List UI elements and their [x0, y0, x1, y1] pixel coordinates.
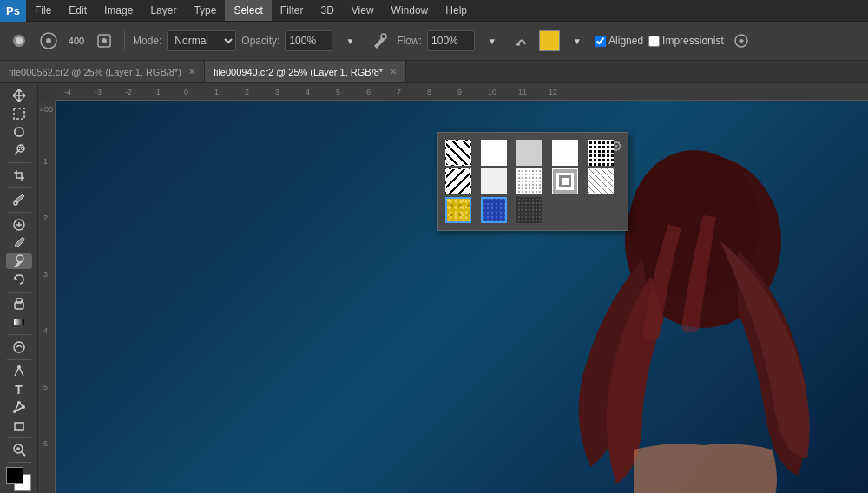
- ruler-mark: 4: [306, 88, 310, 96]
- tab-file1-close[interactable]: ✕: [188, 67, 195, 76]
- pattern-swatch[interactable]: [539, 30, 560, 51]
- pattern-cell-wave[interactable]: [588, 168, 614, 194]
- ruler-mark: 1: [214, 88, 219, 96]
- brush-tool[interactable]: [6, 235, 32, 251]
- text-tool[interactable]: T: [6, 382, 32, 397]
- svg-rect-22: [15, 423, 23, 430]
- svg-point-13: [16, 255, 23, 262]
- pattern-cell-white3[interactable]: [481, 168, 507, 194]
- healing-tool[interactable]: [6, 217, 32, 233]
- menu-edit[interactable]: Edit: [60, 0, 95, 21]
- menu-select[interactable]: Select: [225, 0, 271, 21]
- pattern-cell-gray2[interactable]: [516, 168, 542, 194]
- menu-layer[interactable]: Layer: [141, 0, 185, 21]
- toolbar-sep-1: [124, 30, 125, 51]
- pattern-cell-white2[interactable]: [552, 140, 578, 166]
- blur-tool[interactable]: [6, 339, 32, 355]
- tool-sep-8: [7, 462, 31, 463]
- toolbar: 400 Mode: Normal Opacity: 100% ▼ Flow: 1…: [0, 22, 868, 61]
- mode-dropdown[interactable]: Normal: [167, 30, 236, 51]
- pattern-picker-grid: [445, 140, 621, 223]
- flow-arrow[interactable]: ▼: [480, 29, 504, 53]
- ruler-mark: 3: [43, 270, 48, 279]
- tab-file2-close[interactable]: ✕: [390, 67, 397, 76]
- tool-preset-btn[interactable]: [7, 29, 31, 53]
- pen-tool[interactable]: [6, 364, 32, 379]
- menu-image[interactable]: Image: [95, 0, 141, 21]
- opacity-label: Opacity:: [241, 35, 279, 47]
- pattern-cell-frame[interactable]: [552, 168, 578, 194]
- svg-point-7: [516, 43, 520, 46]
- opacity-value[interactable]: 100%: [285, 30, 332, 51]
- foreground-color-swatch[interactable]: [6, 467, 23, 484]
- crop-tool[interactable]: [6, 168, 32, 183]
- eraser-tool[interactable]: [6, 296, 32, 312]
- pattern-cell-dotted[interactable]: [588, 140, 614, 166]
- ruler-mark: 2: [43, 214, 48, 222]
- pattern-cell-yellow[interactable]: [445, 197, 471, 223]
- menu-file[interactable]: File: [26, 0, 60, 21]
- pen-pressure-btn[interactable]: [510, 29, 534, 53]
- pattern-cell-white[interactable]: [481, 140, 507, 166]
- tab-file2-label: file000940.cr2 @ 25% (Layer 1, RGB/8*: [214, 67, 383, 77]
- eyedropper-tool[interactable]: [6, 192, 32, 207]
- ruler-mark: 4: [43, 326, 48, 335]
- aligned-checkbox[interactable]: [595, 36, 606, 47]
- tool-sep-6: [7, 359, 31, 360]
- svg-point-5: [102, 38, 107, 43]
- marquee-tool[interactable]: [6, 106, 32, 122]
- pattern-cell-diagonal[interactable]: [445, 140, 471, 166]
- brush-size-btn[interactable]: [36, 29, 61, 53]
- tab-file2[interactable]: file000940.cr2 @ 25% (Layer 1, RGB/8* ✕: [205, 61, 406, 83]
- brush-size-value: 400: [66, 36, 87, 46]
- ruler-left: 400 1 2 3 4 5 6: [38, 101, 56, 493]
- tool-sep-2: [7, 187, 31, 188]
- svg-line-24: [22, 452, 25, 456]
- opacity-arrow[interactable]: ▼: [338, 29, 362, 53]
- magic-wand-tool[interactable]: [6, 142, 32, 158]
- pattern-cell-gray[interactable]: [516, 140, 542, 166]
- zoom-tool[interactable]: [6, 442, 32, 457]
- pattern-cell-blue-texture[interactable]: [481, 197, 507, 223]
- ruler-mark: 12: [549, 88, 557, 96]
- svg-point-1: [16, 37, 23, 44]
- brush-extra-btn[interactable]: [729, 29, 753, 53]
- canvas-area[interactable]: -4 -3 -2 -1 0 1 2 3 4 5 6 7 8 9 10 11 12…: [38, 83, 868, 493]
- tab-file1[interactable]: file000562.cr2 @ 25% (Layer 1, RGB/8*) ✕: [0, 61, 205, 83]
- history-brush-tool[interactable]: [6, 272, 32, 287]
- ruler-mark: 5: [336, 88, 340, 96]
- impressionist-label: Impressionist: [662, 35, 724, 47]
- clone-stamp-tool[interactable]: [6, 253, 32, 269]
- path-select-tool[interactable]: [6, 399, 32, 415]
- menu-bar: Ps File Edit Image Layer Type Select Fil…: [0, 0, 868, 22]
- ruler-mark: -1: [154, 88, 161, 96]
- lasso-tool[interactable]: [6, 124, 32, 140]
- menu-3d[interactable]: 3D: [312, 0, 342, 21]
- flow-value[interactable]: 100%: [427, 30, 475, 51]
- pattern-cell-diagonal2[interactable]: [445, 168, 471, 194]
- ruler-mark: 3: [275, 88, 279, 96]
- menu-type[interactable]: Type: [185, 0, 225, 21]
- pattern-cell-dark[interactable]: [516, 197, 542, 223]
- move-tool[interactable]: [6, 88, 32, 103]
- tabs-bar: file000562.cr2 @ 25% (Layer 1, RGB/8*) ✕…: [0, 61, 868, 83]
- menu-filter[interactable]: Filter: [272, 0, 312, 21]
- svg-point-11: [14, 201, 17, 205]
- shape-tool[interactable]: [6, 417, 32, 433]
- impressionist-checkbox[interactable]: [648, 36, 660, 47]
- pattern-arrow[interactable]: ▼: [565, 29, 589, 53]
- ruler-mark: 8: [427, 88, 431, 96]
- ruler-mark: 10: [488, 88, 496, 96]
- menu-items: File Edit Image Layer Type Select Filter…: [26, 0, 476, 21]
- brush-options-btn[interactable]: [92, 29, 116, 53]
- gradient-tool[interactable]: [6, 314, 32, 330]
- ruler-mark: -4: [64, 88, 71, 96]
- svg-point-3: [46, 38, 51, 43]
- airbrush-btn[interactable]: [367, 29, 391, 53]
- menu-help[interactable]: Help: [437, 0, 476, 21]
- svg-rect-9: [14, 108, 24, 119]
- ruler-mark: -2: [125, 88, 132, 96]
- menu-window[interactable]: Window: [383, 0, 437, 21]
- menu-view[interactable]: View: [343, 0, 383, 21]
- color-swatches[interactable]: [3, 467, 35, 484]
